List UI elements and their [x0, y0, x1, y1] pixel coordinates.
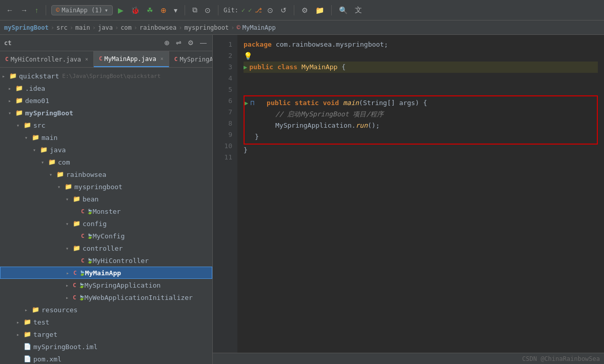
tree-item-config[interactable]: ▾ 📁 config — [0, 217, 212, 230]
method-main: main — [343, 99, 359, 107]
tree-item-monster[interactable]: C 🍃 Monster — [0, 205, 212, 217]
arrow-myspringapplication: ▸ — [66, 282, 73, 288]
tree-item-test[interactable]: ▸ 📁 test — [0, 316, 212, 328]
code-editor[interactable]: 1 2 3 4 5 6 7 8 9 10 11 package com.rain… — [213, 35, 604, 353]
folder-controller-icon: 📁 — [73, 245, 80, 252]
spring-icon-monster: 🍃 — [87, 209, 93, 214]
code-content[interactable]: package com.rainbowsea.myspringboot; 💡 ▶… — [237, 35, 604, 353]
sync-button[interactable]: ⇌ — [174, 38, 183, 47]
tree-item-myconfig[interactable]: C 🍃 MyConfig — [0, 230, 212, 242]
arrow-myspringboot-pkg: ▾ — [57, 184, 65, 190]
tree-item-demo01[interactable]: ▸ 📁 demo01 — [0, 94, 212, 107]
tree-item-mymainapp[interactable]: ▸ C 🍃 MyMainApp — [0, 267, 212, 279]
translate-button[interactable]: 文 — [353, 5, 364, 16]
separator-5 — [331, 5, 332, 15]
breadcrumb-java[interactable]: java — [98, 24, 113, 31]
kw-public-6: public — [267, 99, 291, 107]
breadcrumb-mymainapp[interactable]: MyMainApp — [243, 24, 276, 31]
folder-target-icon: 📁 — [24, 331, 31, 338]
tree-item-controller[interactable]: ▾ 📁 controller — [0, 242, 212, 254]
tools-button[interactable]: ⊙ — [203, 5, 213, 15]
brace-open-3: { — [341, 62, 346, 73]
folder-demo01-icon: 📁 — [15, 97, 23, 104]
tab-myspringapplication[interactable]: C MySpringApplication.java × — [169, 51, 212, 67]
dropdown-icon: ▾ — [105, 7, 108, 14]
tree-item-resources[interactable]: ▸ 📁 resources — [0, 304, 212, 316]
semicolon-1: ; — [384, 39, 388, 50]
tree-item-java[interactable]: ▾ 📁 java — [0, 144, 212, 156]
debug-button[interactable]: 🐞 — [129, 5, 142, 15]
search-button[interactable]: 🔍 — [337, 5, 350, 15]
tree-item-bean[interactable]: ▾ 📁 bean — [0, 193, 212, 205]
breadcrumb-src[interactable]: src — [56, 24, 68, 31]
rainbowsea-label: rainbowsea — [66, 171, 106, 178]
highlight-box: ▶ ⊓ public static void main(String[] arg… — [244, 95, 598, 145]
add-button[interactable]: ⊕ — [163, 38, 171, 47]
tab-myhicontroller[interactable]: C MyHiController.java × — [0, 51, 94, 67]
back-button[interactable]: ← — [4, 5, 15, 15]
more-run-button[interactable]: ▾ — [172, 5, 179, 15]
run-button[interactable]: ▶ — [116, 5, 126, 15]
folder-button[interactable]: 📁 — [313, 5, 326, 15]
folder-myspringboot-pkg-icon: 📁 — [65, 183, 72, 190]
tree-item-myhicontroller[interactable]: C 🍃 MyHiController — [0, 254, 212, 267]
code-indent-7: // 启动MySpringBoot 项目/程序 — [245, 109, 384, 120]
breadcrumb-rainbowsea[interactable]: rainbowsea — [139, 24, 176, 31]
git-rollback[interactable]: ↺ — [278, 5, 289, 15]
tree-item-myspringapplication[interactable]: ▸ C 🍃 MySpringApplication — [0, 279, 212, 291]
breadcrumb-main[interactable]: main — [75, 24, 90, 31]
breadcrumb-myspringboot[interactable]: mySpringBoot — [4, 24, 49, 31]
tree-item-pom[interactable]: 📄 pom.xml — [0, 353, 212, 364]
myspringboot-pkg-label: myspringboot — [74, 183, 123, 191]
folder-quickstart-icon: 📁 — [9, 72, 17, 79]
run-config-selector[interactable]: © MainApp (1) ▾ — [51, 5, 113, 15]
vcs-button[interactable]: ⧉ — [190, 5, 199, 15]
tree-item-mywebappinitializer[interactable]: ▸ C 🍃 MyWebApplicationInitializer — [0, 291, 212, 304]
method-run: run — [356, 122, 368, 129]
kw-void: void — [323, 99, 339, 107]
code-line-3: ▶ public class MyMainApp { — [244, 62, 598, 73]
config-label: config — [83, 220, 107, 228]
folder-bean-icon: 📁 — [73, 195, 80, 203]
folder-src-icon: 📁 — [24, 122, 31, 129]
forward-button[interactable]: → — [18, 5, 30, 15]
tab-close-1[interactable]: × — [85, 56, 88, 62]
brace-close-10: } — [244, 145, 248, 156]
breadcrumb-com[interactable]: com — [120, 24, 132, 31]
tab-mymainapp[interactable]: C MyMainApp.java × — [94, 51, 169, 67]
c-icon-mywebappinitializer: C — [73, 294, 76, 301]
tree-item-rainbowsea[interactable]: ▾ 📁 rainbowsea — [0, 168, 212, 180]
code-line-11 — [244, 156, 598, 167]
tree-item-quickstart[interactable]: ▸ 📁 quickstart E:\Java\SpringBoot\quicks… — [0, 70, 212, 82]
myconfig-label: MyConfig — [93, 232, 125, 240]
git-history[interactable]: ⊙ — [265, 5, 275, 15]
tree-item-myspringboot-pkg[interactable]: ▾ 📁 myspringboot — [0, 180, 212, 193]
up-button[interactable]: ↑ — [33, 5, 41, 15]
arrow-mymainapp: ▸ — [66, 270, 73, 276]
kw-public-3: public — [249, 62, 273, 73]
tree-item-myspringboot[interactable]: ▾ 📁 mySpringBoot — [0, 107, 212, 119]
breadcrumb-myspringboot-pkg[interactable]: myspringboot — [185, 24, 229, 31]
collapse-button[interactable]: — — [198, 38, 208, 47]
settings-button[interactable]: ⚙ — [299, 5, 310, 15]
git-branch[interactable]: ⎇ — [255, 7, 262, 14]
tree-item-com[interactable]: ▾ 📁 com — [0, 156, 212, 168]
run-arrow-6: ▶ — [245, 97, 248, 109]
coverage-button[interactable]: ☘ — [145, 5, 155, 15]
tree-item-iml[interactable]: 📄 mySpringBoot.iml — [0, 340, 212, 353]
c-icon-myspringapplication: C — [73, 282, 76, 289]
editor-tabs: C MyHiController.java × C MyMainApp.java… — [0, 51, 212, 68]
folder-main-icon: 📁 — [32, 134, 39, 141]
profile-button[interactable]: ⊕ — [158, 5, 169, 15]
run-arrow-3: ▶ — [244, 62, 247, 73]
tree-item-idea[interactable]: ▸ 📁 .idea — [0, 82, 212, 94]
code-line-10: } — [244, 145, 598, 156]
tree-item-main[interactable]: ▾ 📁 main — [0, 131, 212, 144]
tree-item-target[interactable]: ▸ 📁 target — [0, 328, 212, 340]
tab-close-2[interactable]: × — [160, 56, 164, 62]
tab-myhicontroller-label: MyHiController.java — [11, 56, 81, 63]
tree-item-src[interactable]: ▾ 📁 src — [0, 119, 212, 131]
quickstart-path: E:\Java\SpringBoot\quickstart — [62, 73, 160, 79]
gear-button[interactable]: ⚙ — [186, 38, 195, 47]
code-line-1: package com.rainbowsea.myspringboot; — [244, 39, 598, 50]
